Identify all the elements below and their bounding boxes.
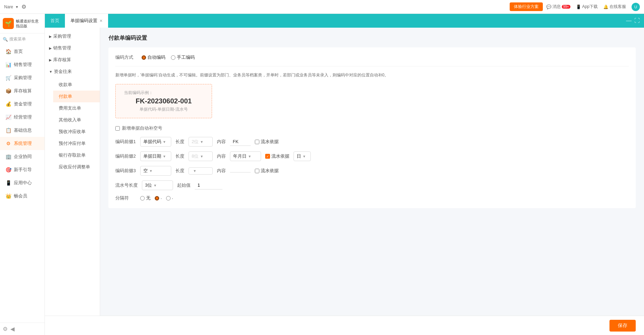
auto-code-option[interactable]: 自动编码	[142, 54, 165, 61]
sub-group-purchase[interactable]: ▶ 采购管理	[45, 30, 100, 42]
sidebar-item-inventory[interactable]: 📦 库存核算	[0, 84, 45, 97]
sidebar-item-finance[interactable]: 💰 资金管理	[0, 97, 45, 111]
sidebar-item-home[interactable]: 🏠 首页	[0, 45, 45, 58]
prefix2-period-select[interactable]: 日 ▼	[294, 151, 311, 161]
sub-item-expense[interactable]: 费用支出单	[53, 102, 100, 114]
sub-item-adjustment[interactable]: 应收应付调整单	[53, 161, 100, 173]
sidebar-item-guide[interactable]: 🎯 新手引导	[0, 163, 45, 176]
home-icon: 🏠	[6, 49, 11, 54]
message-badge: 99+	[562, 5, 570, 9]
prefix2-label: 编码前缀2	[115, 153, 136, 159]
serial-length-arrow-icon: ▼	[153, 184, 157, 187]
sidebar-item-basic[interactable]: 📋 基础信息	[0, 124, 45, 137]
sidebar-nav: 🏠 首页 📊 销售管理 🛒 采购管理 📦 库存核算 💰 资金管理 📈 经	[0, 45, 45, 323]
sub-group-funds[interactable]: ▼ 资金往来	[45, 66, 100, 77]
separator-dot-radio[interactable]	[155, 196, 159, 201]
sub-item-advance-payment[interactable]: 预付冲应付单	[53, 138, 100, 149]
sub-group-sales[interactable]: ▶ 销售管理	[45, 42, 100, 54]
prefix3-content-label: 内容	[217, 168, 226, 174]
prefix3-length-label: 长度	[175, 168, 184, 174]
tab-home[interactable]: 首页	[45, 14, 65, 28]
sub-item-receipt[interactable]: 收款单	[53, 79, 100, 91]
prefix3-serial-checkbox[interactable]	[255, 169, 259, 173]
sub-item-other-income[interactable]: 其他收入单	[53, 114, 100, 126]
basic-icon: 📋	[6, 128, 11, 133]
inventory-icon: 📦	[6, 88, 11, 94]
sidebar-item-member[interactable]: 👑 畅会员	[0, 189, 45, 203]
preview-code: FK-20230602-001	[124, 97, 203, 105]
content-area: 首页 单据编码设置 ✕ — ⛶ ▶ 采购管理 ▶ 销售管理	[45, 14, 644, 335]
app-icon: 📱	[576, 4, 581, 9]
prefix2-content-select[interactable]: 年月日 ▼	[230, 151, 261, 161]
arrow-right-icon: ▶	[49, 46, 52, 50]
tab-close-icon[interactable]: ✕	[99, 19, 103, 23]
prefix3-length-select[interactable]: ▼	[189, 167, 213, 175]
settings-icon[interactable]: ⚙	[21, 3, 26, 10]
separator-options: 无 · ·	[140, 195, 173, 201]
collapse-icon[interactable]: ◀	[10, 326, 15, 332]
sidebar-item-system[interactable]: ⚙ 系统管理	[0, 137, 45, 150]
tab-bar-actions: — ⛶	[622, 18, 644, 24]
sidebar-item-operations[interactable]: 📈 经营管理	[0, 111, 45, 124]
separator-none-radio[interactable]	[140, 196, 145, 201]
logo-icon: 🌱	[3, 18, 14, 29]
separator-row: 分隔符 无 · ·	[115, 195, 629, 201]
arrow-right-icon: ▶	[49, 35, 52, 38]
prefix1-serial-checkbox[interactable]	[255, 140, 259, 144]
separator-dot2-radio[interactable]	[166, 196, 171, 201]
tab-encoding-settings[interactable]: 单据编码设置 ✕	[65, 14, 108, 28]
message-link[interactable]: 💬 消息 99+	[546, 4, 570, 10]
coding-method-row: 编码方式 自动编码 手工编码	[115, 54, 629, 66]
settings-bottom-icon[interactable]: ⚙	[3, 326, 8, 332]
prefix1-select[interactable]: 单据代码 ▼	[140, 137, 171, 147]
experience-button[interactable]: 体验行业方案	[510, 2, 543, 11]
sub-group-inventory[interactable]: ▶ 库存核算	[45, 54, 100, 66]
prefix2-row: 编码前缀2 单据日期 ▼ 长度 8位 ▼ 内容 年月日	[115, 151, 629, 161]
sub-item-bank[interactable]: 银行存取款单	[53, 149, 100, 161]
logo-area: 🌱 畅通道好生意 指品版	[0, 14, 45, 34]
user-avatar[interactable]: U	[632, 3, 640, 11]
prefix2-serial-checkbox[interactable]: ✓	[265, 154, 270, 159]
auto-fill-checkbox[interactable]	[115, 126, 120, 131]
sidebar-search[interactable]: 🔍 搜索菜单	[0, 34, 45, 45]
separator-dot2-option[interactable]: ·	[166, 196, 173, 201]
separator-none-option[interactable]: 无	[140, 195, 151, 201]
prefix2-serial-group: ✓ 流水依据	[265, 153, 289, 159]
finance-icon: 💰	[6, 101, 11, 107]
manual-code-option[interactable]: 手工编码	[171, 54, 195, 61]
sidebar-item-sales[interactable]: 📊 销售管理	[0, 58, 45, 71]
save-button[interactable]: 保存	[609, 320, 636, 332]
sidebar-item-app[interactable]: 📱 应用中心	[0, 176, 45, 189]
arrow-right-icon: ▶	[49, 58, 52, 62]
separator-dot-option[interactable]: ·	[155, 196, 162, 201]
coding-radio-group: 自动编码 手工编码	[142, 54, 195, 61]
prefix1-content-value: FK	[230, 138, 251, 146]
prefix3-label: 编码前缀3	[115, 168, 136, 174]
auto-fill-row: 新增单据自动补空号	[115, 125, 629, 131]
app-download-link[interactable]: 📱 App下载	[576, 4, 598, 10]
sub-layout: ▶ 采购管理 ▶ 销售管理 ▶ 库存核算 ▼ 资金往来 收款单	[45, 28, 644, 316]
prefix2-select[interactable]: 单据日期 ▼	[140, 151, 171, 161]
service-icon: 🔔	[603, 4, 608, 9]
top-right-actions: 💬 消息 99+ 📱 App下载 🔔 在线客服 U	[546, 3, 640, 11]
online-service-link[interactable]: 🔔 在线客服	[603, 4, 626, 10]
sidebar-item-enterprise[interactable]: 🏢 企业协同	[0, 150, 45, 163]
prefix1-length-select[interactable]: 2位 ▼	[189, 137, 213, 147]
settings-card: 编码方式 自动编码 手工编码	[108, 47, 636, 208]
top-bar: Nare ▾ ⚙ 体验行业方案 💬 消息 99+ 📱 App下载 🔔 在线客服 …	[0, 0, 644, 14]
manual-code-radio[interactable]	[171, 55, 175, 60]
main-content: 付款单编码设置 编码方式 自动编码 手工编码	[100, 28, 644, 316]
prefix1-arrow-icon: ▼	[163, 140, 166, 144]
sub-item-payment[interactable]: 付款单	[53, 91, 100, 102]
auto-code-radio[interactable]	[142, 55, 146, 60]
serial-start-input[interactable]	[195, 181, 222, 189]
serial-length-select[interactable]: 3位 ▼	[142, 180, 173, 190]
tab-maximize-icon[interactable]: ⛶	[634, 18, 640, 24]
prefix2-length-select[interactable]: 8位 ▼	[189, 151, 213, 161]
search-icon: 🔍	[3, 37, 8, 42]
tab-minimize-icon[interactable]: —	[626, 18, 632, 24]
prefix3-select[interactable]: 空 ▼	[140, 166, 171, 176]
sub-item-advance-receipt[interactable]: 预收冲应收单	[53, 126, 100, 138]
sidebar-item-purchase[interactable]: 🛒 采购管理	[0, 71, 45, 84]
prefix1-row: 编码前缀1 单据代码 ▼ 长度 2位 ▼ 内容 FK	[115, 137, 629, 147]
